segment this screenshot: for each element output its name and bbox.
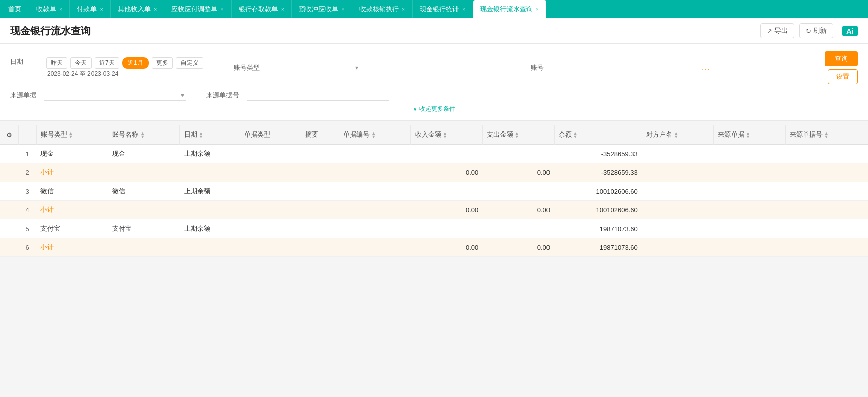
- cell-balance: 19871073.60: [554, 219, 642, 238]
- nav-tab[interactable]: 收款核销执行×: [352, 0, 413, 18]
- cell-source_doc: [713, 238, 785, 257]
- cell-source_doc_no: [785, 201, 868, 219]
- close-icon[interactable]: ×: [341, 6, 344, 12]
- table-row: 2小计0.000.00-3528659.33: [0, 163, 868, 182]
- cell-income: [411, 182, 483, 201]
- cell-source_doc_no: [785, 238, 868, 257]
- col-header-account_type[interactable]: 账号类型▲▼: [36, 125, 108, 145]
- cell-account_name: [108, 238, 180, 257]
- cell-date: [180, 163, 240, 182]
- sort-icon: ▲▼: [443, 131, 447, 138]
- sort-icon: ▲▼: [140, 131, 145, 138]
- cell-doc_type: [240, 163, 301, 182]
- date-section: 昨天今天近7天近1月更多自定义 2023-02-24 至 2023-03-24: [46, 57, 203, 78]
- sort-icon: ▲▼: [824, 131, 829, 138]
- close-icon[interactable]: ×: [281, 6, 284, 12]
- nav-tab[interactable]: 收款单×: [29, 0, 70, 18]
- nav-tab[interactable]: 预收冲应收单×: [292, 0, 352, 18]
- cell-expense: [482, 145, 554, 163]
- date-option-btn[interactable]: 近1月: [122, 57, 149, 69]
- date-range: 2023-02-24 至 2023-03-24: [47, 70, 203, 78]
- cell-counterparty: [642, 201, 714, 219]
- col-header-income[interactable]: 收入金额▲▼: [411, 125, 483, 145]
- close-icon[interactable]: ×: [220, 6, 223, 12]
- row-gear: [0, 201, 18, 219]
- table-row: 6小计0.000.0019871073.60: [0, 238, 868, 257]
- col-header-date[interactable]: 日期▲▼: [180, 125, 240, 145]
- cell-account_name: 支付宝: [108, 219, 180, 238]
- cell-doc_type: [240, 219, 301, 238]
- collapse-up-icon: ∧: [413, 106, 417, 113]
- query-button[interactable]: 查询: [825, 51, 858, 66]
- row-index: 4: [18, 201, 36, 219]
- cell-income: [411, 219, 483, 238]
- col-header-source_doc_no[interactable]: 来源单据号▲▼: [785, 125, 868, 145]
- close-icon[interactable]: ×: [154, 6, 157, 12]
- table-row: 3微信微信上期余额100102606.60: [0, 182, 868, 201]
- account-no-input[interactable]: [567, 62, 693, 73]
- header-actions: ↗ 导出 ↻ 刷新 Ai: [760, 23, 858, 38]
- close-icon[interactable]: ×: [59, 6, 62, 12]
- cell-income: 0.00: [411, 163, 483, 182]
- cell-income: [411, 145, 483, 163]
- collapse-bar[interactable]: ∧ 收起更多条件: [10, 103, 858, 116]
- sort-icon: ▲▼: [199, 131, 203, 138]
- cell-summary: [301, 219, 339, 238]
- cell-date: [180, 201, 240, 219]
- close-icon[interactable]: ×: [402, 6, 405, 12]
- col-header-counterparty[interactable]: 对方户名▲▼: [642, 125, 714, 145]
- account-type-select[interactable]: 现金 微信 支付宝: [269, 62, 360, 73]
- refresh-button[interactable]: ↻ 刷新: [799, 23, 833, 38]
- col-header-balance[interactable]: 余额▲▼: [554, 125, 642, 145]
- source-doc-select[interactable]: [44, 90, 186, 101]
- cell-date: 上期余额: [180, 182, 240, 201]
- date-label: 日期: [10, 57, 38, 66]
- settings-button[interactable]: 设置: [828, 69, 858, 84]
- date-option-btn[interactable]: 今天: [70, 57, 92, 69]
- cell-summary: [301, 201, 339, 219]
- row-index: 3: [18, 182, 36, 201]
- date-option-btn[interactable]: 更多: [152, 57, 173, 69]
- date-option-btn[interactable]: 自定义: [176, 57, 203, 69]
- cell-account_type: 小计: [36, 201, 108, 219]
- close-icon[interactable]: ×: [536, 6, 539, 12]
- gear-icon[interactable]: ⚙: [6, 131, 12, 139]
- nav-tab[interactable]: 付款单×: [70, 0, 110, 18]
- date-options: 昨天今天近7天近1月更多自定义: [46, 57, 203, 69]
- col-header-doc_type: 单据类型: [240, 125, 301, 145]
- cell-source_doc_no: [785, 163, 868, 182]
- cell-expense: [482, 182, 554, 201]
- export-button[interactable]: ↗ 导出: [760, 23, 794, 38]
- col-header-source_doc[interactable]: 来源单据▲▼: [713, 125, 785, 145]
- top-nav: 首页 收款单×付款单×其他收入单×应收应付调整单×银行存取款单×预收冲应收单×收…: [0, 0, 868, 18]
- cell-doc_type: [240, 238, 301, 257]
- dots-button[interactable]: ...: [697, 63, 715, 72]
- nav-tab[interactable]: 现金银行统计×: [413, 0, 473, 18]
- nav-tab[interactable]: 现金银行流水查询×: [473, 0, 546, 18]
- nav-tab[interactable]: 银行存取款单×: [232, 0, 292, 18]
- col-header-expense[interactable]: 支出金额▲▼: [482, 125, 554, 145]
- nav-tab[interactable]: 其他收入单×: [111, 0, 164, 18]
- cell-summary: [301, 182, 339, 201]
- nav-home[interactable]: 首页: [0, 0, 29, 18]
- ai-badge[interactable]: Ai: [842, 26, 858, 36]
- close-icon[interactable]: ×: [100, 6, 103, 12]
- date-option-btn[interactable]: 昨天: [46, 57, 67, 69]
- cell-doc_type: [240, 201, 301, 219]
- cell-doc_no: [339, 219, 411, 238]
- cell-account_type: 微信: [36, 182, 108, 201]
- table-row: 5支付宝支付宝上期余额19871073.60: [0, 219, 868, 238]
- cell-balance: 100102606.60: [554, 201, 642, 219]
- source-doc-no-input[interactable]: [247, 90, 389, 101]
- nav-tab[interactable]: 应收应付调整单×: [164, 0, 231, 18]
- cell-income: 0.00: [411, 238, 483, 257]
- col-header-account_name[interactable]: 账号名称▲▼: [108, 125, 180, 145]
- source-doc-item: 来源单据 ▾: [10, 90, 186, 101]
- close-icon[interactable]: ×: [462, 6, 465, 12]
- cell-source_doc: [713, 219, 785, 238]
- date-option-btn[interactable]: 近7天: [95, 57, 119, 69]
- cell-account_name: [108, 163, 180, 182]
- cell-source_doc: [713, 201, 785, 219]
- col-header-doc_no[interactable]: 单据编号▲▼: [339, 125, 411, 145]
- cell-counterparty: [642, 219, 714, 238]
